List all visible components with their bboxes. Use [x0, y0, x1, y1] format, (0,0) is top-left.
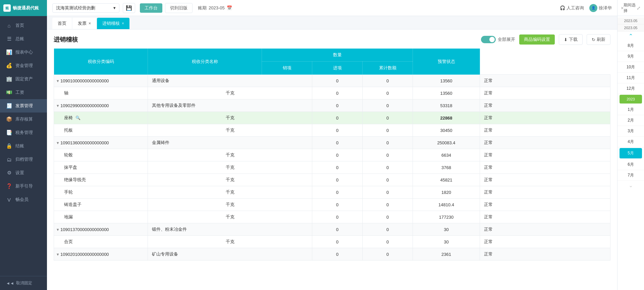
user-menu[interactable]: 👤 徐泽华	[589, 4, 612, 12]
row-status: 正常	[480, 87, 610, 99]
row-purchase: 0	[363, 248, 413, 261]
logo-icon: 账	[3, 4, 11, 12]
period-item[interactable]: 2月	[618, 115, 644, 126]
product-code-setting-button[interactable]: 商品编码设置	[519, 34, 555, 45]
row-purchase: 0	[363, 236, 413, 248]
member-icon: V	[6, 197, 12, 203]
download-icon: ⬇	[564, 37, 568, 42]
unpin-label: 取消固定	[16, 280, 32, 286]
save-icon-btn[interactable]: 💾	[123, 3, 135, 13]
row-code: ▾10902010000000000000	[54, 248, 148, 261]
period-label: 账期	[198, 5, 207, 11]
expand-toggle[interactable]: 全部展开	[481, 36, 515, 43]
workbench-button[interactable]: 工作台	[140, 3, 162, 13]
row-purchase: 0	[363, 199, 413, 211]
collapse-icon[interactable]: ▾	[57, 78, 59, 83]
period-display: 账期 2023-05 📅	[198, 5, 232, 11]
right-panel-expand[interactable]: ⤢	[637, 5, 641, 11]
sidebar-item-settings[interactable]: ⚙ 设置	[0, 166, 47, 179]
row-total: 13560	[413, 75, 480, 87]
sidebar-item-close[interactable]: 🔒 结账	[0, 139, 47, 153]
row-code: ▾10902990000000000000	[54, 99, 148, 112]
collapse-icon[interactable]: ▾	[57, 103, 59, 108]
tab-invoices[interactable]: 发票 ×	[72, 18, 96, 29]
period-item[interactable]: 6月	[618, 159, 644, 170]
row-purchase: 0	[363, 161, 413, 174]
switch-version-button[interactable]: 切到旧版	[165, 3, 193, 13]
sidebar-unpin[interactable]: ◄◄ 取消固定	[0, 276, 47, 290]
row-purchase: 0	[363, 223, 413, 236]
sidebar-item-inventory[interactable]: 📦 库存核算	[0, 113, 47, 126]
period-item[interactable]: 11月	[618, 73, 644, 83]
main-table: 税收分类编码 税收分类名称 数量 预警状态 销项 进项 累计数额 ▾109010…	[54, 48, 610, 261]
company-selector[interactable]: 沈海英测试经营勿删 ▾	[52, 3, 119, 13]
sidebar-item-label: 首页	[15, 22, 24, 28]
row-total: 2361	[413, 248, 480, 261]
tab-reconcile[interactable]: 进销稽核 ×	[97, 18, 129, 29]
period-nav-up[interactable]: ⌃	[618, 31, 644, 41]
download-label: 下载	[569, 37, 578, 43]
tab-reconcile-close[interactable]: ×	[122, 21, 124, 25]
row-code: 轴	[54, 87, 148, 99]
period-item[interactable]: 12月	[618, 83, 644, 94]
period-value: 2023-05	[209, 5, 225, 10]
period-item[interactable]: 10月	[618, 62, 644, 73]
toggle-switch[interactable]	[481, 36, 496, 43]
sidebar-item-tax[interactable]: 📑 税务管理	[0, 126, 47, 139]
tab-invoices-close[interactable]: ×	[89, 21, 91, 25]
collapse-icon[interactable]: ▾	[57, 252, 59, 257]
sidebar-item-reports[interactable]: 📊 报表中心	[0, 46, 47, 59]
period-year-marker[interactable]: 2023	[620, 95, 642, 104]
collapse-icon[interactable]: ▾	[57, 140, 59, 145]
row-total: 53318	[413, 99, 480, 112]
sidebar-item-assets[interactable]: 🏢 固定资产	[0, 72, 47, 86]
app-name: 畅捷通易代账	[13, 5, 39, 11]
search-inline-icon[interactable]: 🔍	[75, 116, 80, 120]
tab-home-label: 首页	[58, 20, 66, 26]
sidebar-item-ledger[interactable]: ☰ 总账	[0, 32, 47, 46]
sidebar-item-home[interactable]: ⌂ 首页	[0, 19, 47, 32]
sidebar-item-invoices[interactable]: 🧾 发票管理	[0, 99, 47, 113]
row-total: 14810.4	[413, 199, 480, 211]
row-code: 轮毂	[54, 149, 148, 161]
row-total: 250083.4	[413, 137, 480, 149]
right-panel-close[interactable]: ×	[621, 5, 624, 11]
tab-home[interactable]: 首页	[52, 18, 72, 29]
row-sale: 0	[312, 137, 363, 149]
refresh-button[interactable]: ↻ 刷新	[587, 34, 610, 45]
period-item[interactable]: 4月	[618, 137, 644, 147]
row-code: 铸造盖子	[54, 199, 148, 211]
row-unit: 千克	[148, 199, 312, 211]
col-tax-code: 税收分类编码	[54, 49, 148, 75]
period-item[interactable]: 9月	[618, 51, 644, 62]
row-sale: 0	[312, 112, 363, 124]
archive-icon: 🗂	[6, 157, 12, 162]
sidebar-item-payroll[interactable]: 💵 工资	[0, 86, 47, 99]
collapse-icon[interactable]: ▾	[57, 227, 59, 232]
company-name: 沈海英测试经营勿删	[56, 5, 111, 11]
sidebar-item-member[interactable]: V 畅会员	[0, 193, 47, 206]
sidebar-item-funds[interactable]: 💰 资金管理	[0, 59, 47, 72]
sidebar-item-guide[interactable]: ❓ 新手引导	[0, 179, 47, 193]
calendar-icon[interactable]: 📅	[227, 5, 232, 10]
topbar-right: 🎧 人工咨询 👤 徐泽华	[560, 4, 612, 12]
sidebar-item-label: 资金管理	[15, 63, 33, 69]
period-item[interactable]: 1月	[618, 104, 644, 115]
row-code: ▾10901000000000000000	[54, 75, 148, 87]
row-code: ▾10901370000000000000	[54, 223, 148, 236]
row-purchase: 0	[363, 174, 413, 186]
period-nav-down[interactable]: ⌄	[618, 181, 644, 190]
row-total: 30	[413, 236, 480, 248]
refresh-icon: ↻	[592, 37, 595, 42]
row-status: 正常	[480, 186, 610, 199]
period-item[interactable]: 5月	[620, 148, 642, 159]
service-button[interactable]: 🎧 人工咨询	[560, 5, 584, 11]
period-item[interactable]: 7月	[618, 170, 644, 181]
table-container: 税收分类编码 税收分类名称 数量 预警状态 销项 进项 累计数额 ▾109010…	[47, 48, 617, 290]
period-item[interactable]: 8月	[618, 41, 644, 51]
sidebar-item-archive[interactable]: 🗂 归档管理	[0, 153, 47, 166]
period-item[interactable]: 3月	[618, 126, 644, 137]
save-icon: 💾	[126, 5, 132, 11]
download-button[interactable]: ⬇ 下载	[559, 34, 583, 45]
sidebar-nav: ⌂ 首页 ☰ 总账 📊 报表中心 💰 资金管理 🏢 固定资产 💵 工资 🧾 发票…	[0, 16, 47, 276]
